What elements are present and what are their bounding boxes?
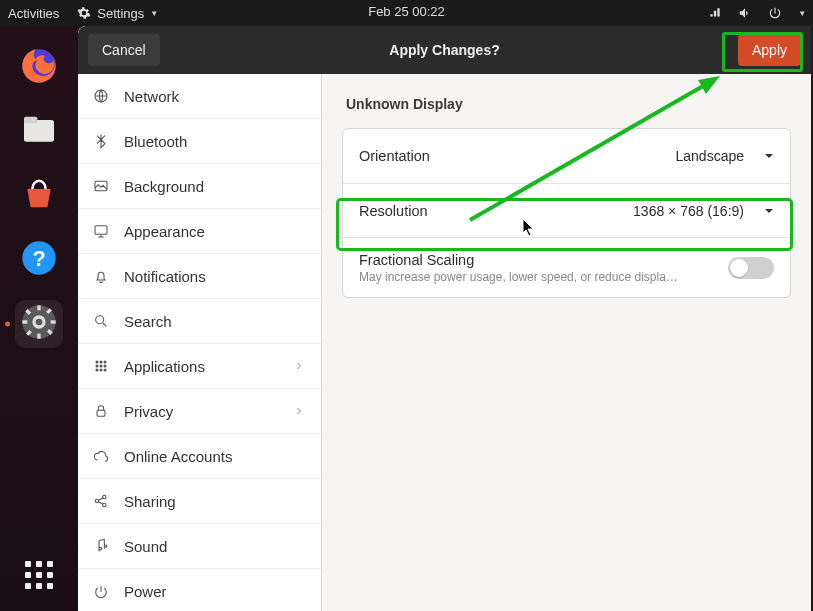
dock-settings[interactable]: [15, 300, 63, 348]
dock: ?: [0, 26, 78, 611]
cancel-button[interactable]: Cancel: [88, 34, 160, 66]
sidebar-item-bluetooth[interactable]: Bluetooth: [78, 119, 321, 164]
sound-icon: [92, 537, 110, 555]
svg-text:?: ?: [32, 246, 45, 271]
privacy-icon: [92, 402, 110, 420]
svg-rect-9: [51, 320, 56, 323]
settings-sidebar: Network Bluetooth Background Appearance …: [78, 74, 322, 611]
sidebar-item-label: Notifications: [124, 268, 206, 285]
firefox-icon: [19, 46, 59, 90]
search-icon: [92, 312, 110, 330]
svg-rect-27: [97, 410, 105, 416]
background-icon: [92, 177, 110, 195]
dock-show-apps[interactable]: [25, 561, 53, 589]
sidebar-item-label: Sound: [124, 538, 167, 555]
dock-active-indicator: [5, 322, 10, 327]
software-icon: [19, 174, 59, 218]
sidebar-item-privacy[interactable]: Privacy: [78, 389, 321, 434]
svg-point-24: [96, 369, 98, 371]
activities-button[interactable]: Activities: [8, 6, 59, 21]
resolution-row[interactable]: Resolution 1368 × 768 (16:9): [343, 183, 790, 237]
dock-firefox[interactable]: [15, 44, 63, 92]
sidebar-item-network[interactable]: Network: [78, 74, 321, 119]
sidebar-item-online-accounts[interactable]: Online Accounts: [78, 434, 321, 479]
display-settings-content: Unknown Display Orientation Landscape Re…: [322, 74, 811, 611]
fractional-label: Fractional Scaling: [359, 252, 679, 268]
app-menu[interactable]: Settings ▾: [77, 6, 157, 21]
help-icon: ?: [19, 238, 59, 282]
sidebar-item-sound[interactable]: Sound: [78, 524, 321, 569]
dock-help[interactable]: ?: [15, 236, 63, 284]
resolution-value: 1368 × 768 (16:9): [633, 203, 744, 219]
resolution-label: Resolution: [359, 203, 428, 219]
sidebar-item-applications[interactable]: Applications: [78, 344, 321, 389]
chevron-down-icon: ▾: [152, 8, 157, 18]
dialog-title: Apply Changes?: [389, 42, 499, 58]
svg-rect-8: [22, 320, 27, 323]
sidebar-item-label: Network: [124, 88, 179, 105]
power-icon: [92, 583, 110, 601]
fractional-sub: May increase power usage, lower speed, o…: [359, 270, 679, 284]
sidebar-item-label: Applications: [124, 358, 205, 375]
files-icon: [19, 110, 59, 154]
orientation-row[interactable]: Orientation Landscape: [343, 129, 790, 183]
svg-point-25: [100, 369, 102, 371]
network-status-icon[interactable]: [708, 6, 722, 20]
sidebar-item-label: Privacy: [124, 403, 173, 420]
svg-point-18: [96, 361, 98, 363]
sidebar-item-appearance[interactable]: Appearance: [78, 209, 321, 254]
gear-icon: [77, 6, 91, 20]
dialog-header: Cancel Apply Changes? Apply: [78, 26, 811, 74]
svg-rect-6: [37, 305, 40, 310]
svg-point-17: [96, 316, 104, 324]
svg-point-20: [104, 361, 106, 363]
chevron-down-icon: [764, 202, 774, 220]
sidebar-item-label: Appearance: [124, 223, 205, 240]
top-panel: Activities Settings ▾ Feb 25 00:22 ▾: [0, 0, 813, 26]
notifications-icon: [92, 267, 110, 285]
dock-files[interactable]: [15, 108, 63, 156]
svg-point-19: [100, 361, 102, 363]
settings-window: Cancel Apply Changes? Apply Network Blue…: [78, 26, 811, 611]
sidebar-item-notifications[interactable]: Notifications: [78, 254, 321, 299]
svg-rect-7: [37, 334, 40, 339]
chevron-right-icon: [293, 403, 305, 420]
sidebar-item-power[interactable]: Power: [78, 569, 321, 611]
online-accounts-icon: [92, 447, 110, 465]
display-heading: Unknown Display: [346, 96, 791, 112]
sidebar-item-label: Sharing: [124, 493, 176, 510]
sidebar-item-label: Bluetooth: [124, 133, 187, 150]
volume-icon[interactable]: [738, 6, 752, 20]
orientation-label: Orientation: [359, 148, 430, 164]
svg-rect-2: [24, 117, 37, 124]
bluetooth-icon: [92, 132, 110, 150]
sidebar-item-label: Online Accounts: [124, 448, 232, 465]
chevron-right-icon: [293, 358, 305, 375]
apply-button[interactable]: Apply: [738, 34, 801, 66]
svg-point-21: [96, 365, 98, 367]
power-status-icon[interactable]: [768, 6, 782, 20]
svg-point-26: [104, 369, 106, 371]
svg-point-23: [104, 365, 106, 367]
orientation-value: Landscape: [675, 148, 744, 164]
appearance-icon: [92, 222, 110, 240]
dock-software[interactable]: [15, 172, 63, 220]
display-settings-card: Orientation Landscape Resolution 1368 × …: [342, 128, 791, 298]
applications-icon: [92, 357, 110, 375]
network-icon: [92, 87, 110, 105]
fractional-scaling-switch[interactable]: [728, 257, 774, 279]
svg-point-22: [100, 365, 102, 367]
settings-gear-icon: [19, 302, 59, 346]
sidebar-item-search[interactable]: Search: [78, 299, 321, 344]
sidebar-item-label: Search: [124, 313, 172, 330]
sidebar-item-label: Power: [124, 583, 167, 600]
svg-rect-16: [95, 226, 107, 235]
chevron-down-icon: [764, 147, 774, 165]
fractional-scaling-row[interactable]: Fractional Scaling May increase power us…: [343, 237, 790, 297]
sidebar-item-label: Background: [124, 178, 204, 195]
clock[interactable]: Feb 25 00:22: [368, 4, 445, 19]
system-menu-caret-icon[interactable]: ▾: [800, 8, 805, 18]
sidebar-item-sharing[interactable]: Sharing: [78, 479, 321, 524]
app-menu-label: Settings: [97, 6, 144, 21]
sidebar-item-background[interactable]: Background: [78, 164, 321, 209]
